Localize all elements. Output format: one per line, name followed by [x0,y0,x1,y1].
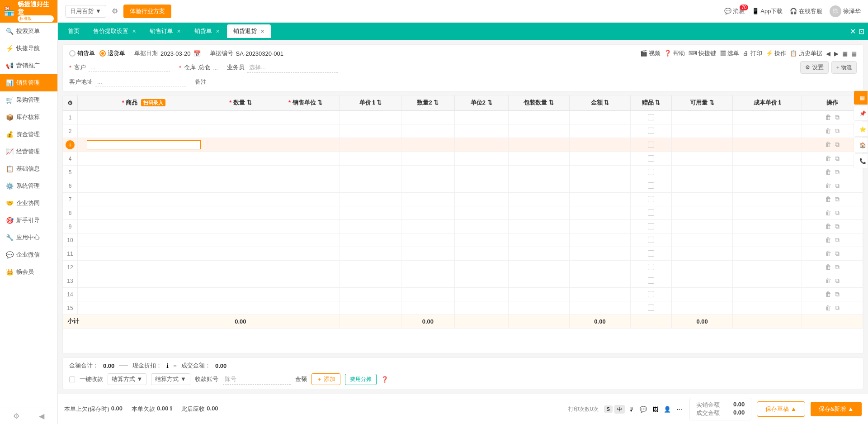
toolbar-prev[interactable]: ◀ [826,49,830,57]
qty2-cell-14[interactable] [401,287,454,301]
cost-cell-14[interactable] [733,287,802,301]
qty2-cell-10[interactable] [401,233,454,247]
trial-button[interactable]: 体验行业方案 [123,5,171,18]
sidebar-item-12[interactable]: 🔧应用中心 [0,229,57,246]
amount-cell-11[interactable] [569,247,630,260]
copy-icon-14[interactable]: ⧉ [835,291,840,298]
tab-sales-bill-close[interactable]: ✕ [216,29,220,34]
amount-cell-12[interactable] [569,260,630,274]
gift-cell-4[interactable] [631,152,672,165]
pkg-cell-10[interactable] [508,233,569,247]
avail-cell-7[interactable] [671,192,732,206]
pkg-cell-15[interactable] [508,301,569,314]
sidebar-collapse-icon[interactable]: ◀ [39,412,44,420]
sidebar-item-11[interactable]: 🎯新手引导 [0,212,57,229]
tab-home[interactable]: 首页 [61,24,86,38]
price-cell-1[interactable] [340,110,401,124]
delete-icon-3[interactable]: 🗑 [825,141,831,148]
right-float-btn-1[interactable]: ▦ [854,91,868,105]
qty-cell-11[interactable] [210,247,271,260]
unit-cell-12[interactable] [271,260,340,274]
delete-icon-15[interactable]: 🗑 [825,304,831,312]
user-profile[interactable]: 徐 徐泽华 [830,5,861,17]
gift-cell-8[interactable] [631,206,672,219]
tab-close-all-button[interactable]: ✕ [850,27,856,36]
product-cell-14[interactable] [78,287,210,301]
amount-cell-13[interactable] [569,274,630,287]
save-new-button[interactable]: 保存&新增 ▲ [811,402,862,416]
unit-cell-11[interactable] [271,247,340,260]
copy-icon-4[interactable]: ⧉ [835,155,840,162]
sidebar-item-10[interactable]: 🤝企业协同 [0,195,57,212]
avail-cell-6[interactable] [671,179,732,192]
unit-cell-9[interactable] [271,219,340,233]
qty2-cell-7[interactable] [401,192,454,206]
qty-cell-14[interactable] [210,287,271,301]
avail-cell-12[interactable] [671,260,732,274]
address-input[interactable]: ... [95,77,186,86]
unit2-cell-10[interactable] [455,233,508,247]
status-icon-more[interactable]: ⋯ [675,405,684,414]
toolbar-video[interactable]: 🎬 视频 [640,49,661,57]
copy-icon-9[interactable]: ⧉ [835,223,840,230]
unit2-cell-8[interactable] [455,206,508,219]
avail-cell-4[interactable] [671,152,732,165]
pkg-cell-7[interactable] [508,192,569,206]
cost-cell-4[interactable] [733,152,802,165]
sidebar-item-9[interactable]: ⚙️系统管理 [0,177,57,195]
account-input[interactable]: 陈号 [223,374,291,385]
pkg-cell-4[interactable] [508,152,569,165]
qty2-cell-2[interactable] [401,124,454,138]
gift-checkbox-7[interactable] [648,196,654,202]
pkg-cell-6[interactable] [508,179,569,192]
tab-maximize-button[interactable]: ⊡ [859,27,864,36]
cost-cell-7[interactable] [733,192,802,206]
qty2-cell-11[interactable] [401,247,454,260]
amount-cell-10[interactable] [569,233,630,247]
settlement-select[interactable]: 结算方式 ▼ [108,373,146,385]
avail-cell-15[interactable] [671,301,732,314]
sidebar-item-6[interactable]: 💰资金管理 [0,126,57,143]
industry-select[interactable]: 日用百货 ▼ [65,5,106,18]
right-float-btn-4[interactable]: 🏠 [854,138,868,152]
unit-cell-6[interactable] [271,179,340,192]
gift-checkbox-1[interactable] [648,114,654,120]
radio-sale[interactable]: 销货单 [69,49,95,57]
avail-cell-1[interactable] [671,110,732,124]
unit2-cell-12[interactable] [455,260,508,274]
tab-sales-order-close[interactable]: ✕ [177,29,181,34]
product-cell-1[interactable] [78,110,210,124]
add-button[interactable]: ＋ 添加 [311,373,340,385]
avail-cell-2[interactable] [671,124,732,138]
pkg-cell-8[interactable] [508,206,569,219]
avail-cell-11[interactable] [671,247,732,260]
gift-cell-12[interactable] [631,260,672,274]
price-cell-11[interactable] [340,247,401,260]
gift-cell-14[interactable] [631,287,672,301]
gift-checkbox-3[interactable] [648,142,654,148]
qty-cell-10[interactable] [210,233,271,247]
unit2-cell-4[interactable] [455,152,508,165]
date-value[interactable]: 2023-03-20 [160,50,191,57]
pkg-cell-1[interactable] [508,110,569,124]
fee-btn[interactable]: 费用分摊 [345,374,377,385]
qty-cell-4[interactable] [210,152,271,165]
amount-cell-2[interactable] [569,124,630,138]
toolbar-print[interactable]: 🖨 打印 [743,49,762,57]
gift-checkbox-5[interactable] [648,169,654,175]
right-float-btn-3[interactable]: ⭐ [854,122,868,137]
price-cell-4[interactable] [340,152,401,165]
gift-checkbox-2[interactable] [648,128,654,134]
cost-cell-11[interactable] [733,247,802,260]
sidebar-item-7[interactable]: 📈经营管理 [0,143,57,160]
toolbar-view-card[interactable]: ▦ [842,49,848,57]
qty2-cell-4[interactable] [401,152,454,165]
qty2-cell-8[interactable] [401,206,454,219]
amount-cell-7[interactable] [569,192,630,206]
amount-cell-5[interactable] [569,165,630,179]
status-icon-img[interactable]: 🖼 [651,405,660,414]
amount-cell-14[interactable] [569,287,630,301]
unit2-cell-14[interactable] [455,287,508,301]
product-cell-2[interactable] [78,124,210,138]
unit-cell-10[interactable] [271,233,340,247]
